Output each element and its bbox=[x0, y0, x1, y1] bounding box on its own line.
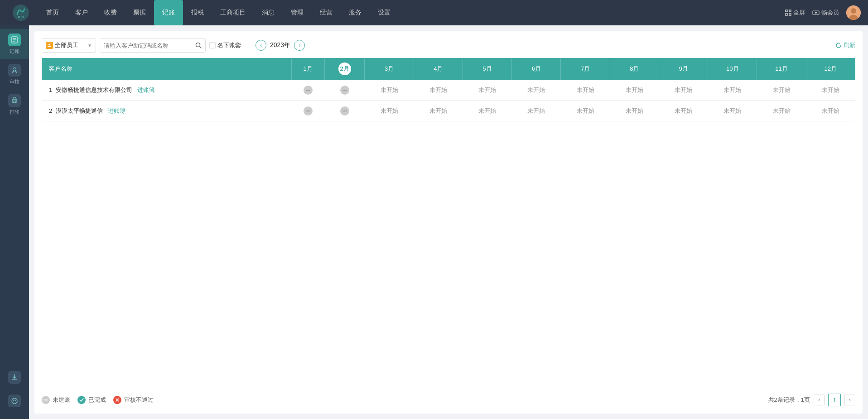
sidebar-item-review[interactable]: 审核 bbox=[0, 59, 29, 90]
legend-gray-icon bbox=[42, 396, 50, 404]
search-input[interactable] bbox=[100, 42, 191, 49]
pagination: 共2条记录，1页 ‹ 1 › bbox=[768, 394, 855, 406]
footer: 未建账 已完成 审核不通过 共2条记录，1页 ‹ 1 bbox=[42, 388, 855, 406]
nav-invoice[interactable]: 票据 bbox=[125, 0, 154, 25]
status-1-jul: 未开始 bbox=[561, 80, 610, 101]
col-oct: 10月 bbox=[708, 58, 757, 80]
client-cell-2: 2 漠漠太平畅捷通信 进账簿 bbox=[42, 101, 291, 121]
checkbox[interactable] bbox=[209, 42, 216, 48]
status-2-jul: 未开始 bbox=[561, 101, 610, 121]
main-layout: 记账 审核 打印 bbox=[0, 25, 868, 419]
nav-right: 全屏 畅会员 bbox=[785, 5, 861, 20]
enter-ledger-link-2[interactable]: 进账簿 bbox=[108, 107, 125, 114]
sidebar-bottom bbox=[8, 366, 21, 419]
status-2-may: 未开始 bbox=[463, 101, 511, 121]
col-mar: 3月 bbox=[365, 58, 414, 80]
page-prev-button[interactable]: ‹ bbox=[814, 395, 825, 405]
svg-rect-2 bbox=[786, 10, 787, 12]
client-cell-1: 1 安徽畅捷通信息技术有限公司 进账簿 bbox=[42, 80, 291, 101]
sidebar: 记账 审核 打印 bbox=[0, 25, 29, 419]
main-table: 客户名称 1月 2月 3月 4月 5月 6月 7月 8月 9月 bbox=[42, 58, 855, 121]
nav-service[interactable]: 服务 bbox=[341, 0, 370, 25]
refresh-button[interactable]: 刷新 bbox=[835, 41, 855, 49]
col-apr: 4月 bbox=[414, 58, 463, 80]
nav-accounting[interactable]: 记账 bbox=[154, 0, 183, 25]
sidebar-chat[interactable] bbox=[8, 390, 21, 412]
content-area: 全部员工 ▼ 名下账套 ‹ 2023年 › bbox=[29, 25, 868, 419]
col-jul: 7月 bbox=[561, 58, 610, 80]
avatar[interactable] bbox=[846, 5, 861, 20]
dash-icon bbox=[304, 86, 313, 95]
page-next-button[interactable]: › bbox=[844, 395, 855, 405]
active-month-highlight: 2月 bbox=[338, 63, 351, 75]
nav-billing[interactable]: 收费 bbox=[96, 0, 125, 25]
status-2-nov: 未开始 bbox=[757, 101, 806, 121]
top-nav: iOn 首页 客户 收费 票据 记账 报税 工商项目 消息 管理 经营 服务 设… bbox=[0, 0, 868, 25]
enter-ledger-link-1[interactable]: 进账簿 bbox=[137, 87, 155, 93]
employee-select-text: 全部员工 bbox=[55, 41, 86, 49]
svg-text:iOn: iOn bbox=[18, 15, 24, 19]
accounting-icon bbox=[8, 34, 21, 46]
search-button[interactable] bbox=[191, 38, 205, 53]
status-1-mar: 未开始 bbox=[365, 80, 414, 101]
nav-client[interactable]: 客户 bbox=[67, 0, 96, 25]
total-text: 共2条记录，1页 bbox=[768, 396, 810, 404]
svg-rect-3 bbox=[789, 10, 791, 12]
nav-items: 首页 客户 收费 票据 记账 报税 工商项目 消息 管理 经营 服务 设置 bbox=[38, 0, 785, 25]
status-1-jan bbox=[291, 80, 324, 101]
nav-tax[interactable]: 报税 bbox=[183, 0, 212, 25]
status-1-may: 未开始 bbox=[463, 80, 511, 101]
svg-rect-5 bbox=[789, 14, 791, 15]
legend-rejected: 审核不通过 bbox=[113, 396, 154, 404]
table-header-row: 客户名称 1月 2月 3月 4月 5月 6月 7月 8月 9月 bbox=[42, 58, 855, 80]
employee-select[interactable]: 全部员工 ▼ bbox=[42, 38, 96, 53]
sidebar-item-accounting[interactable]: 记账 bbox=[0, 29, 29, 59]
status-1-feb bbox=[324, 80, 365, 101]
svg-rect-20 bbox=[12, 379, 17, 380]
page-current[interactable]: 1 bbox=[828, 394, 841, 406]
svg-line-24 bbox=[199, 47, 201, 48]
status-2-oct: 未开始 bbox=[708, 101, 757, 121]
svg-point-22 bbox=[48, 44, 50, 46]
col-jun: 6月 bbox=[512, 58, 561, 80]
legend-teal-icon bbox=[77, 396, 86, 404]
nav-business[interactable]: 工商项目 bbox=[212, 0, 254, 25]
employee-icon bbox=[46, 42, 53, 49]
status-2-aug: 未开始 bbox=[610, 101, 659, 121]
nav-settings[interactable]: 设置 bbox=[370, 0, 399, 25]
col-dec: 12月 bbox=[806, 58, 855, 80]
review-icon bbox=[8, 64, 21, 77]
legend-not-started: 未建账 bbox=[42, 396, 70, 404]
svg-point-7 bbox=[815, 12, 817, 14]
year-next-button[interactable]: › bbox=[294, 40, 305, 51]
vip-button[interactable]: 畅会员 bbox=[812, 9, 839, 17]
nav-manage[interactable]: 管理 bbox=[283, 0, 312, 25]
status-2-feb bbox=[324, 101, 365, 121]
nav-operation[interactable]: 经营 bbox=[312, 0, 341, 25]
status-1-dec: 未开始 bbox=[806, 80, 855, 101]
nav-message[interactable]: 消息 bbox=[254, 0, 283, 25]
svg-rect-17 bbox=[13, 97, 16, 99]
status-2-jun: 未开始 bbox=[512, 101, 561, 121]
col-sep: 9月 bbox=[659, 58, 708, 80]
sidebar-item-print[interactable]: 打印 bbox=[0, 90, 29, 120]
year-prev-button[interactable]: ‹ bbox=[256, 40, 266, 51]
search-input-wrap bbox=[100, 38, 206, 53]
download-icon bbox=[8, 371, 21, 384]
dash-icon bbox=[304, 106, 313, 116]
status-2-jan bbox=[291, 101, 324, 121]
status-2-dec: 未开始 bbox=[806, 101, 855, 121]
dash-icon bbox=[340, 106, 349, 116]
svg-rect-4 bbox=[786, 14, 787, 15]
checkbox-wrap[interactable]: 名下账套 bbox=[209, 41, 241, 49]
status-1-oct: 未开始 bbox=[708, 80, 757, 101]
content-card: 全部员工 ▼ 名下账套 ‹ 2023年 › bbox=[34, 31, 863, 414]
col-nov: 11月 bbox=[757, 58, 806, 80]
col-aug: 8月 bbox=[610, 58, 659, 80]
sidebar-download[interactable] bbox=[8, 366, 21, 388]
fullscreen-button[interactable]: 全屏 bbox=[785, 9, 805, 17]
status-1-sep: 未开始 bbox=[659, 80, 708, 101]
status-2-mar: 未开始 bbox=[365, 101, 414, 121]
status-2-apr: 未开始 bbox=[414, 101, 463, 121]
nav-home[interactable]: 首页 bbox=[38, 0, 67, 25]
